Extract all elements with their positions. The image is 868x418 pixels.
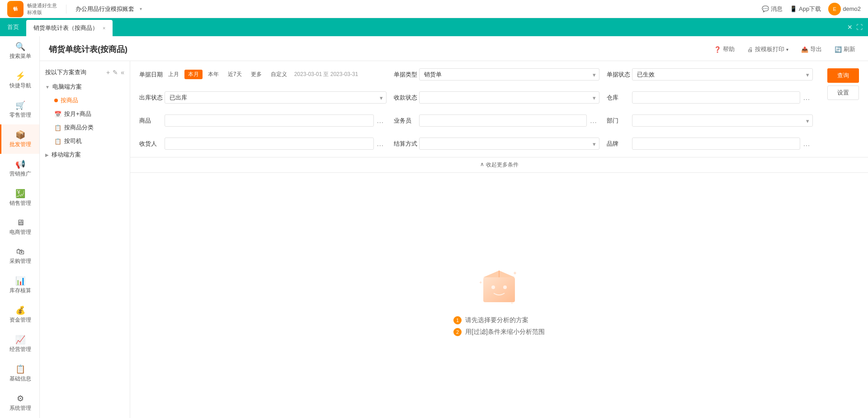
filter-product-field: 商品 … bbox=[139, 114, 387, 127]
product-input[interactable] bbox=[165, 114, 374, 127]
settle-select[interactable] bbox=[419, 138, 600, 150]
collapse-row[interactable]: ∧ 收起更多条件 bbox=[130, 157, 868, 173]
brand-text: 畅捷通好生意 标准版 bbox=[27, 2, 57, 15]
tree-item-by-driver[interactable]: 📋 按司机 bbox=[51, 134, 130, 148]
svg-rect-0 bbox=[483, 277, 515, 302]
consignee-input[interactable] bbox=[165, 138, 374, 150]
tree-item-by-product[interactable]: 按商品 bbox=[51, 94, 130, 107]
export-button[interactable]: 📤 导出 bbox=[797, 43, 826, 55]
sidebar-item-search[interactable]: 🔍 搜索菜单 bbox=[0, 36, 39, 66]
collapse-panel-button[interactable]: « bbox=[121, 69, 124, 76]
topbar-dropdown-icon[interactable]: ▾ bbox=[140, 6, 142, 11]
filter-doc-type-field: 单据类型 销货单 ▾ bbox=[394, 68, 600, 81]
warehouse-dots[interactable]: … bbox=[800, 94, 813, 102]
date-range-display: 2023-03-01 至 2023-03-31 bbox=[294, 71, 358, 78]
sidebar-item-wholesale[interactable]: 📦 批发管理 bbox=[0, 124, 39, 154]
sidebar-item-finance[interactable]: 💰 资金管理 bbox=[0, 300, 39, 329]
dept-select[interactable] bbox=[632, 114, 813, 127]
message-button[interactable]: 💬 消息 bbox=[762, 5, 783, 13]
empty-tip-1: 1 请先选择要分析的方案 bbox=[453, 316, 545, 324]
date-tag-more[interactable]: 更多 bbox=[247, 70, 265, 79]
settings-button[interactable]: 设置 bbox=[827, 86, 859, 100]
brand-input[interactable] bbox=[632, 138, 800, 150]
out-status-select-wrap: 已出库 ▾ bbox=[165, 91, 387, 104]
settle-select-wrap: ▾ bbox=[419, 138, 600, 150]
close-window-icon[interactable]: ✕ bbox=[847, 24, 853, 31]
app-download-button[interactable]: 📱 App下载 bbox=[790, 5, 821, 13]
svg-text:✦: ✦ bbox=[513, 270, 517, 276]
home-tab-label: 首页 bbox=[7, 23, 19, 31]
tree-item-by-month-product[interactable]: 📅 按月+商品 bbox=[51, 107, 130, 121]
collect-status-select[interactable] bbox=[419, 91, 600, 104]
quicknav-icon: ⚡ bbox=[15, 71, 25, 81]
salesperson-dots[interactable]: … bbox=[587, 117, 599, 125]
left-panel: 按以下方案查询 + ✎ « ▼ 电脑端方案 bbox=[40, 61, 130, 418]
sidebar-item-ecommerce[interactable]: 🖥 电商管理 bbox=[0, 213, 39, 242]
tip1-number: 1 bbox=[453, 316, 462, 324]
refresh-button[interactable]: 🔄 刷新 bbox=[831, 43, 859, 55]
tree-label-pc: 电脑端方案 bbox=[52, 83, 82, 91]
date-tag-this-month[interactable]: 本月 bbox=[184, 70, 203, 79]
sidebar-item-marketing[interactable]: 📢 营销推广 bbox=[0, 154, 39, 183]
tip2-number: 2 bbox=[453, 328, 462, 336]
ecommerce-icon: 🖥 bbox=[16, 218, 24, 228]
tree-item-mobile-schemes[interactable]: ▶ 移动端方案 bbox=[40, 148, 130, 162]
query-button[interactable]: 查询 bbox=[827, 68, 859, 83]
filter-date-field: 单据日期 上月 本月 本年 近7天 更多 自定义 2023-03-01 至 20… bbox=[139, 70, 387, 79]
tree-collapsed-icon: ▶ bbox=[45, 152, 49, 157]
page-title: 销货单统计表(按商品) bbox=[49, 44, 127, 55]
dept-select-wrap: ▾ bbox=[632, 114, 813, 127]
sidebar-item-operations[interactable]: 📈 经营管理 bbox=[0, 329, 39, 359]
tree-item-by-category[interactable]: 📋 按商品分类 bbox=[51, 121, 130, 134]
sidebar-item-purchase[interactable]: 🛍 采购管理 bbox=[0, 242, 39, 271]
add-scheme-button[interactable]: + bbox=[106, 69, 110, 76]
finance-icon: 💰 bbox=[15, 305, 25, 315]
tree-children-pc: 按商品 📅 按月+商品 📋 按商品分类 📋 按司机 bbox=[40, 94, 130, 148]
svg-text:✦: ✦ bbox=[510, 301, 514, 305]
tab-home[interactable]: 首页 bbox=[0, 18, 26, 36]
doc-type-select[interactable]: 销货单 bbox=[419, 68, 600, 81]
doc-status-select[interactable]: 已生效 bbox=[632, 68, 813, 81]
inventory-icon: 📊 bbox=[15, 276, 25, 286]
sidebar-item-system[interactable]: ⚙ 系统管理 bbox=[0, 388, 39, 418]
page-header: 销货单统计表(按商品) ❓ 帮助 🖨 按模板打印 ▾ 📤 导出 🔄 刷新 bbox=[40, 36, 868, 61]
consignee-label: 收货人 bbox=[139, 140, 165, 148]
sidebar-item-retail[interactable]: 🛒 零售管理 bbox=[0, 95, 39, 124]
maximize-window-icon[interactable]: ⛶ bbox=[856, 24, 863, 31]
filter-dept-field: 部门 ▾ bbox=[607, 114, 813, 127]
tree-item-pc-schemes[interactable]: ▼ 电脑端方案 bbox=[40, 80, 130, 94]
empty-tips: 1 请先选择要分析的方案 2 用[过滤]条件来缩小分析范围 bbox=[453, 316, 545, 336]
help-button[interactable]: ❓ 帮助 bbox=[710, 43, 738, 55]
doc-status-select-wrap: 已生效 ▾ bbox=[632, 68, 813, 81]
tab-close-icon[interactable]: × bbox=[103, 25, 105, 31]
date-tag-last-month[interactable]: 上月 bbox=[165, 70, 183, 79]
empty-state: ✦ ✦ ✦ 1 请先选择要分析的方案 2 用[过滤]条件来缩小分析范围 bbox=[130, 173, 868, 418]
brand-label: 品牌 bbox=[607, 140, 632, 148]
consignee-dots[interactable]: … bbox=[374, 140, 387, 148]
doc-type-label: 单据类型 bbox=[394, 71, 419, 79]
sidebar-item-quicknav[interactable]: ⚡ 快捷导航 bbox=[0, 66, 39, 95]
warehouse-input[interactable] bbox=[632, 91, 800, 104]
product-dots[interactable]: … bbox=[374, 117, 387, 125]
warehouse-label: 仓库 bbox=[607, 94, 632, 102]
main-layout: 🔍 搜索菜单 ⚡ 快捷导航 🛒 零售管理 📦 批发管理 📢 营销推广 💹 销售管… bbox=[0, 36, 868, 418]
print-dropdown-icon: ▾ bbox=[786, 47, 788, 52]
edit-scheme-button[interactable]: ✎ bbox=[113, 69, 118, 76]
tab-sales-stats[interactable]: 销货单统计表（按商品） × bbox=[26, 20, 113, 36]
topbar-right: 💬 消息 📱 App下载 E demo2 bbox=[762, 3, 861, 15]
sidebar-item-inventory[interactable]: 📊 库存核算 bbox=[0, 271, 39, 300]
salesperson-input[interactable] bbox=[419, 114, 587, 127]
out-status-select[interactable]: 已出库 bbox=[165, 91, 387, 104]
sidebar: 🔍 搜索菜单 ⚡ 快捷导航 🛒 零售管理 📦 批发管理 📢 营销推广 💹 销售管… bbox=[0, 36, 40, 418]
filter-brand-field: 品牌 … bbox=[607, 138, 813, 150]
brand-dots[interactable]: … bbox=[800, 140, 813, 148]
date-tag-7days[interactable]: 近7天 bbox=[224, 70, 245, 79]
date-tag-custom[interactable]: 自定义 bbox=[267, 70, 291, 79]
user-profile[interactable]: E demo2 bbox=[828, 3, 861, 15]
date-tag-this-year[interactable]: 本年 bbox=[204, 70, 222, 79]
print-button[interactable]: 🖨 按模板打印 ▾ bbox=[744, 43, 792, 55]
filter-row-4: 收货人 … 结算方式 bbox=[139, 138, 813, 150]
sidebar-item-sales[interactable]: 💹 销售管理 bbox=[0, 183, 39, 213]
sidebar-item-basic-info[interactable]: 📋 基础信息 bbox=[0, 359, 39, 388]
tab-window-buttons: ✕ ⛶ bbox=[842, 24, 868, 31]
